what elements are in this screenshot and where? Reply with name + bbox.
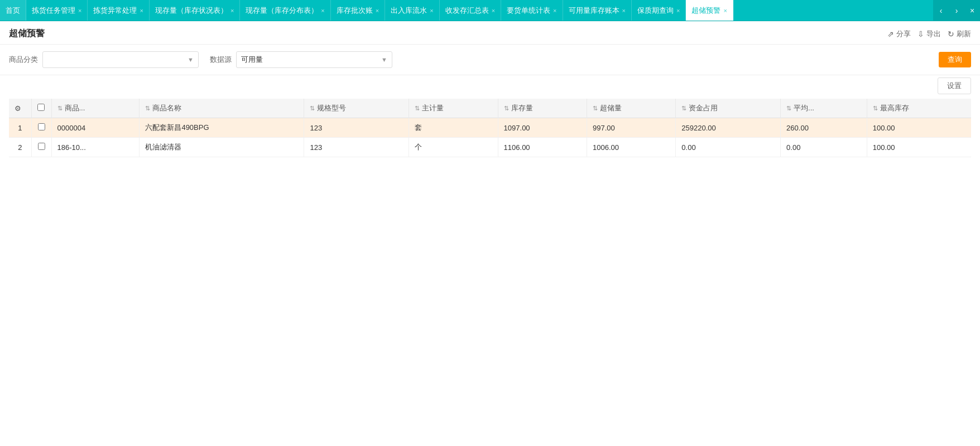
top-nav: 首页拣货任务管理×拣货异常处理×现存量（库存状况表）×现存量（库存分布表）×库存… — [0, 0, 980, 21]
category-filter-group: 商品分类 ▼ — [9, 51, 199, 68]
nav-tab-5[interactable]: 库存批次账× — [331, 0, 385, 21]
cell-overstock-0: 997.00 — [587, 118, 675, 138]
gear-icon: ⚙ — [15, 104, 21, 113]
share-icon: ⇗ — [887, 30, 894, 38]
settings-row: 设置 — [0, 75, 980, 99]
table-header-row: ⚙ ⇅ 商品... ⇅ 商品名称 — [9, 99, 971, 118]
nav-arrows: ‹ › × — [933, 0, 980, 21]
gear-th[interactable]: ⚙ — [9, 99, 31, 118]
cell-product_name-1: 机油滤清器 — [140, 138, 304, 157]
nav-tab-label-2: 拣货异常处理 — [93, 6, 137, 16]
th-product-code[interactable]: ⇅ 商品... — [51, 99, 140, 118]
row-checkbox-0[interactable] — [38, 123, 45, 130]
cell-overstock-1: 1006.00 — [587, 138, 675, 157]
nav-tab-9[interactable]: 可用量库存账本× — [563, 0, 632, 21]
nav-tab-label-11: 超储预警 — [691, 6, 720, 16]
settings-button[interactable]: 设置 — [938, 77, 971, 94]
row-index-0: 1 — [9, 118, 31, 138]
header-actions: ⇗ 分享 ⇩ 导出 ↻ 刷新 — [887, 29, 971, 39]
row-checkbox-1[interactable] — [38, 143, 45, 150]
datasource-filter-group: 数据源 可用量 ▼ — [210, 51, 392, 68]
nav-tab-close-7[interactable]: × — [492, 7, 495, 14]
nav-tab-close-1[interactable]: × — [78, 7, 81, 14]
export-button[interactable]: ⇩ 导出 — [917, 29, 941, 39]
th-unit[interactable]: ⇅ 主计量 — [409, 99, 498, 118]
cell-stock-1: 1106.00 — [498, 138, 587, 157]
nav-tab-10[interactable]: 保质期查询× — [632, 0, 686, 21]
share-button[interactable]: ⇗ 分享 — [887, 29, 911, 39]
nav-tab-label-0: 首页 — [6, 6, 20, 16]
checkbox-th — [31, 99, 51, 118]
row-checkbox-cell-0 — [31, 118, 51, 138]
cell-unit-1: 个 — [409, 138, 498, 157]
nav-tab-close-8[interactable]: × — [553, 7, 556, 14]
datasource-select[interactable]: 可用量 ▼ — [236, 51, 392, 68]
th-capital[interactable]: ⇅ 资金占用 — [676, 99, 781, 118]
nav-tab-3[interactable]: 现存量（库存状况表）× — [150, 0, 240, 21]
cell-avg-1: 0.00 — [781, 138, 867, 157]
filter-area: 商品分类 ▼ 数据源 可用量 ▼ 查询 — [0, 45, 980, 75]
nav-arrow-close[interactable]: × — [964, 0, 980, 21]
nav-tab-label-3: 现存量（库存状况表） — [155, 6, 228, 16]
filter-actions: 查询 — [939, 52, 971, 67]
nav-tab-label-8: 要货单统计表 — [507, 6, 550, 16]
nav-tab-1[interactable]: 拣货任务管理× — [26, 0, 88, 21]
refresh-icon: ↻ — [948, 30, 954, 38]
cell-capital-1: 0.00 — [676, 138, 781, 157]
th-spec[interactable]: ⇅ 规格型号 — [304, 99, 409, 118]
table-row: 2186-10...机油滤清器123个1106.001006.000.000.0… — [9, 138, 971, 157]
sort-icon-product-code: ⇅ — [57, 105, 63, 112]
th-overstock[interactable]: ⇅ 超储量 — [587, 99, 675, 118]
cell-product_code-0: 0000004 — [51, 118, 140, 138]
nav-tab-close-5[interactable]: × — [376, 7, 379, 14]
refresh-button[interactable]: ↻ 刷新 — [948, 29, 971, 39]
nav-tab-7[interactable]: 收发存汇总表× — [440, 0, 501, 21]
nav-tab-label-10: 保质期查询 — [637, 6, 674, 16]
th-stock[interactable]: ⇅ 库存量 — [498, 99, 587, 118]
cell-max_stock-1: 100.00 — [867, 138, 971, 157]
cell-spec-0: 123 — [304, 118, 409, 138]
sort-icon-overstock: ⇅ — [593, 105, 598, 112]
nav-tab-6[interactable]: 出入库流水× — [385, 0, 439, 21]
nav-tab-label-7: 收发存汇总表 — [445, 6, 489, 16]
nav-tab-2[interactable]: 拣货异常处理× — [88, 0, 149, 21]
sort-icon-unit: ⇅ — [415, 105, 420, 112]
sort-icon-capital: ⇅ — [681, 105, 686, 112]
query-button[interactable]: 查询 — [939, 52, 971, 67]
nav-arrow-left[interactable]: ‹ — [933, 0, 949, 21]
nav-tab-label-6: 出入库流水 — [391, 6, 427, 16]
page-title: 超储预警 — [9, 28, 45, 40]
nav-tab-close-6[interactable]: × — [430, 7, 433, 14]
table-container: ⚙ ⇅ 商品... ⇅ 商品名称 — [0, 99, 980, 157]
th-max-stock[interactable]: ⇅ 最高库存 — [867, 99, 971, 118]
nav-tab-4[interactable]: 现存量（库存分布表）× — [240, 0, 330, 21]
cell-product_name-0: 六配套新昌490BPG — [140, 118, 304, 138]
nav-tab-0[interactable]: 首页 — [0, 0, 26, 21]
export-icon: ⇩ — [917, 30, 924, 38]
nav-arrow-right[interactable]: › — [949, 0, 964, 21]
table-row: 10000004六配套新昌490BPG123套1097.00997.002592… — [9, 118, 971, 138]
nav-tab-11[interactable]: 超储预警× — [686, 0, 733, 21]
row-index-1: 2 — [9, 138, 31, 157]
page-content: 超储预警 ⇗ 分享 ⇩ 导出 ↻ 刷新 商品分类 ▼ 数据源 — [0, 21, 980, 446]
cell-avg-0: 260.00 — [781, 118, 867, 138]
sort-icon-spec: ⇅ — [310, 105, 315, 112]
nav-tab-close-10[interactable]: × — [676, 7, 680, 14]
nav-tab-8[interactable]: 要货单统计表× — [501, 0, 563, 21]
datasource-chevron-icon: ▼ — [381, 56, 387, 63]
datasource-select-value: 可用量 — [241, 55, 263, 65]
nav-tab-close-2[interactable]: × — [140, 7, 143, 14]
th-product-name[interactable]: ⇅ 商品名称 — [140, 99, 304, 118]
cell-spec-1: 123 — [304, 138, 409, 157]
nav-tab-close-11[interactable]: × — [723, 7, 727, 14]
nav-tab-close-9[interactable]: × — [622, 7, 626, 14]
sort-icon-stock: ⇅ — [504, 105, 509, 112]
select-all-checkbox[interactable] — [37, 104, 45, 111]
datasource-label: 数据源 — [210, 55, 232, 65]
nav-tab-close-4[interactable]: × — [321, 7, 324, 14]
page-header: 超储预警 ⇗ 分享 ⇩ 导出 ↻ 刷新 — [0, 21, 980, 45]
category-select[interactable]: ▼ — [42, 51, 199, 68]
th-avg[interactable]: ⇅ 平均... — [781, 99, 867, 118]
nav-tab-close-3[interactable]: × — [230, 7, 234, 14]
nav-tab-label-5: 库存批次账 — [337, 6, 373, 16]
